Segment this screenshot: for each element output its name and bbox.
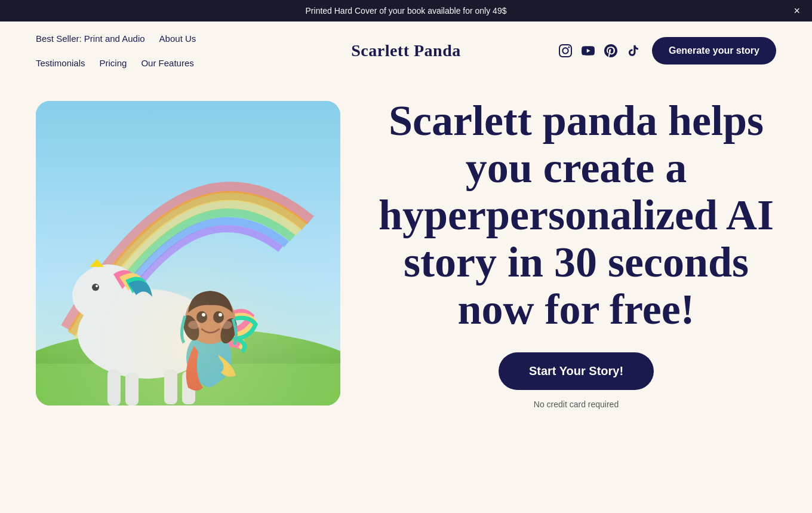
svg-rect-23 xyxy=(36,101,340,406)
hero-headline: Scarlett panda helps you create a hyperp… xyxy=(376,97,776,334)
hero-image xyxy=(36,101,340,406)
nav-link-about-us[interactable]: About Us xyxy=(159,33,196,44)
nav-link-testimonials[interactable]: Testimonials xyxy=(36,58,85,68)
generate-story-button[interactable]: Generate your story xyxy=(652,37,776,64)
site-logo[interactable]: Scarlett Panda xyxy=(351,41,461,60)
tiktok-icon[interactable] xyxy=(627,44,640,57)
social-icons xyxy=(559,44,640,57)
instagram-icon[interactable] xyxy=(559,44,572,57)
pinterest-icon[interactable] xyxy=(604,44,617,57)
nav-left: Best Seller: Print and Audio About Us Te… xyxy=(36,33,215,68)
announcement-bar: Printed Hard Cover of your book availabl… xyxy=(0,0,812,21)
nav-link-features[interactable]: Our Features xyxy=(141,58,193,68)
header: Best Seller: Print and Audio About Us Te… xyxy=(0,21,812,80)
start-story-button[interactable]: Start Your Story! xyxy=(499,352,654,390)
nav-right: Generate your story xyxy=(559,37,776,64)
hero-text: Scarlett panda helps you create a hyperp… xyxy=(376,97,776,410)
no-credit-text: No credit card required xyxy=(534,400,619,409)
nav-link-best-seller[interactable]: Best Seller: Print and Audio xyxy=(36,33,145,44)
announcement-text: Printed Hard Cover of your book availabl… xyxy=(306,6,507,16)
nav-link-pricing[interactable]: Pricing xyxy=(100,58,127,68)
youtube-icon[interactable] xyxy=(582,44,595,57)
hero-section: Scarlett panda helps you create a hyperp… xyxy=(0,80,812,438)
announcement-close-button[interactable]: × xyxy=(793,5,800,16)
